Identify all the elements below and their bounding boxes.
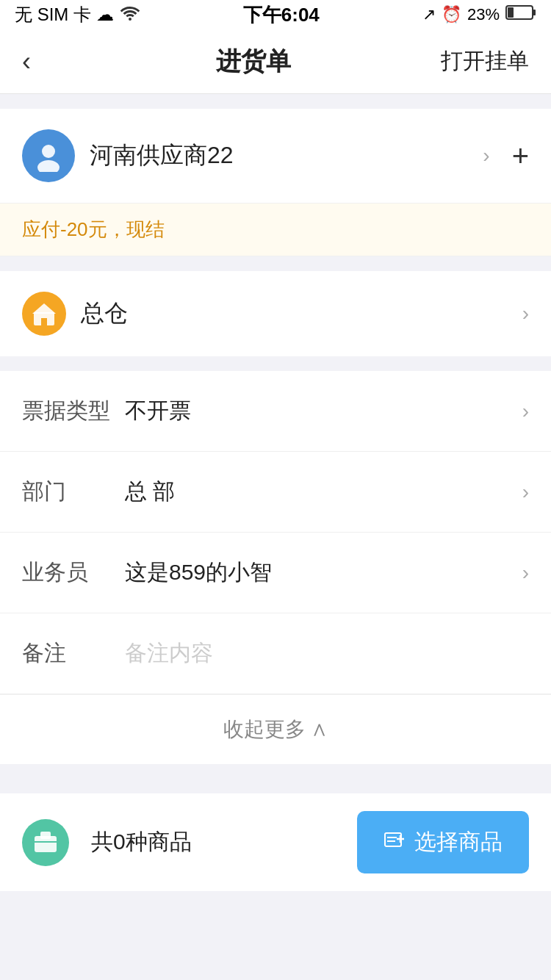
salesperson-label: 业务员 — [22, 558, 125, 588]
section-gap-1 — [0, 94, 551, 109]
alarm-icon: ⏰ — [442, 5, 461, 24]
supplier-chevron-icon: › — [483, 144, 489, 167]
warehouse-row[interactable]: 总仓 › — [0, 271, 551, 356]
open-pending-button[interactable]: 打开挂单 — [441, 46, 529, 76]
select-product-button[interactable]: 选择商品 — [357, 811, 529, 873]
nav-bar: ‹ 进货单 打开挂单 — [0, 29, 551, 94]
section-gap-3 — [0, 764, 551, 779]
department-label: 部门 — [22, 477, 125, 507]
supplier-notice: 应付-20元，现结 — [0, 203, 551, 256]
battery-icon — [505, 4, 536, 25]
invoice-type-label: 票据类型 — [22, 396, 125, 426]
supplier-name: 河南供应商22 — [90, 140, 483, 172]
svg-rect-9 — [40, 832, 51, 839]
bottom-bar: 共0种商品 选择商品 — [0, 793, 551, 891]
warehouse-chevron-icon: › — [522, 302, 529, 325]
svg-rect-1 — [508, 7, 514, 18]
svg-rect-2 — [533, 10, 536, 15]
department-value: 总 部 — [125, 477, 522, 507]
collapse-button[interactable]: 收起更多 ∧ — [0, 694, 551, 764]
department-chevron-icon: › — [522, 480, 529, 504]
invoice-type-chevron-icon: › — [522, 400, 529, 423]
status-left: 无 SIM 卡 ☁ — [15, 3, 140, 26]
location-icon: ↗ — [422, 5, 436, 24]
remark-row[interactable]: 备注 备注内容 — [0, 613, 551, 694]
warehouse-section: 总仓 › — [0, 271, 551, 356]
svg-point-3 — [42, 145, 55, 158]
product-icon — [22, 819, 69, 866]
status-right: ↗ ⏰ 23% — [422, 4, 536, 25]
select-product-label: 选择商品 — [414, 827, 503, 857]
invoice-type-value: 不开票 — [125, 396, 522, 426]
wifi-icon — [120, 4, 140, 25]
svg-rect-7 — [41, 318, 47, 325]
supplier-row[interactable]: 河南供应商22 › + — [0, 109, 551, 203]
supplier-avatar — [22, 129, 75, 182]
form-section: 票据类型 不开票 › 部门 总 部 › 业务员 这是859的小智 › 备注 备注… — [0, 371, 551, 764]
no-sim-label: 无 SIM 卡 ☁ — [15, 3, 114, 26]
warehouse-icon — [22, 292, 66, 336]
salesperson-row[interactable]: 业务员 这是859的小智 › — [0, 533, 551, 613]
section-gap-2 — [0, 256, 551, 271]
remark-label: 备注 — [22, 638, 125, 669]
warehouse-name: 总仓 — [81, 298, 522, 330]
back-button[interactable]: ‹ — [22, 46, 66, 77]
department-row[interactable]: 部门 总 部 › — [0, 452, 551, 533]
add-supplier-button[interactable]: + — [512, 141, 529, 170]
invoice-type-row[interactable]: 票据类型 不开票 › — [0, 371, 551, 452]
status-time: 下午6:04 — [243, 2, 320, 28]
battery-text: 23% — [467, 5, 500, 24]
product-count-label: 共0种商品 — [91, 827, 335, 857]
salesperson-value: 这是859的小智 — [125, 558, 522, 588]
status-bar: 无 SIM 卡 ☁ 下午6:04 ↗ ⏰ 23% — [0, 0, 551, 29]
salesperson-chevron-icon: › — [522, 561, 529, 585]
page-title: 进货单 — [216, 45, 291, 79]
svg-point-4 — [37, 160, 60, 172]
remark-placeholder: 备注内容 — [125, 638, 529, 669]
supplier-section: 河南供应商22 › + 应付-20元，现结 — [0, 109, 551, 256]
select-product-icon — [383, 829, 406, 856]
svg-marker-6 — [32, 303, 56, 314]
